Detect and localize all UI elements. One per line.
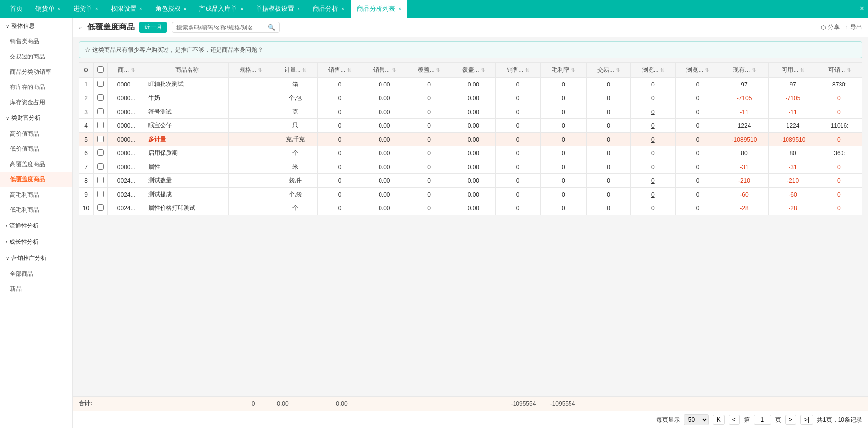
row-checkbox[interactable]: [97, 163, 104, 170]
sort-code[interactable]: ⇅: [131, 67, 135, 73]
cell-browse1[interactable]: 0: [631, 201, 676, 215]
col-name[interactable]: 商品名称: [145, 63, 228, 78]
nav-goods-analysis[interactable]: 商品分析 ×: [307, 0, 350, 18]
cell-name[interactable]: 牛奶: [145, 91, 228, 105]
col-settings[interactable]: ⚙: [79, 63, 94, 78]
cell-browse1[interactable]: 0: [631, 188, 676, 201]
share-button[interactable]: ⬡ 分享: [821, 23, 840, 31]
row-checkbox[interactable]: [97, 136, 104, 142]
sidebar-item-capital[interactable]: 库存资金占用: [0, 95, 72, 110]
section-overall[interactable]: ∨ 整体信息: [0, 18, 72, 34]
section-circulation[interactable]: › 流通性分析: [0, 218, 72, 234]
cell-checkbox[interactable]: [94, 146, 108, 160]
first-page-btn[interactable]: K: [713, 415, 725, 425]
sidebar-item-low-profit[interactable]: 低毛利商品: [0, 202, 72, 218]
sort-browse2[interactable]: ⇅: [705, 67, 709, 73]
page-size-select[interactable]: 50 20 100: [684, 414, 709, 425]
cell-name[interactable]: 属性价格打印测试: [145, 201, 228, 215]
col-current-stock[interactable]: 现有... ⇅: [720, 63, 768, 78]
col-unit[interactable]: 计量... ⇅: [273, 63, 318, 78]
cell-checkbox[interactable]: [94, 174, 108, 188]
nav-production[interactable]: 产成品入库单 ×: [193, 0, 249, 18]
col-trade[interactable]: 交易... ⇅: [586, 63, 631, 78]
nav-close-production[interactable]: ×: [240, 6, 243, 12]
cell-name[interactable]: 符号测试: [145, 105, 228, 119]
sort-cover2[interactable]: ⇅: [481, 67, 485, 73]
sidebar-item-high-coverage[interactable]: 高覆盖度商品: [0, 157, 72, 172]
cell-checkbox[interactable]: [94, 91, 108, 105]
cell-browse1[interactable]: 0: [631, 174, 676, 188]
sort-sales3[interactable]: ⇅: [525, 67, 529, 73]
sidebar-item-high-profit[interactable]: 高毛利商品: [0, 187, 72, 202]
cell-checkbox[interactable]: [94, 119, 108, 133]
cell-name[interactable]: 属性: [145, 160, 228, 174]
export-button[interactable]: ↑ 导出: [845, 23, 862, 31]
cell-checkbox[interactable]: [94, 133, 108, 146]
sidebar-item-traded-goods[interactable]: 交易过的商品: [0, 49, 72, 64]
sidebar-item-low-value[interactable]: 低价值商品: [0, 142, 72, 157]
sidebar-item-sales-goods[interactable]: 销售类商品: [0, 34, 72, 49]
sidebar-collapse-btn[interactable]: «: [79, 24, 82, 31]
nav-template[interactable]: 单据模板设置 ×: [250, 0, 306, 18]
sort-browse1[interactable]: ⇅: [660, 67, 664, 73]
nav-sales[interactable]: 销货单 ×: [29, 0, 66, 18]
nav-close-sales[interactable]: ×: [57, 6, 60, 12]
nav-close-goods-analysis[interactable]: ×: [341, 6, 344, 12]
sidebar-item-high-value[interactable]: 高价值商品: [0, 126, 72, 142]
select-all-checkbox[interactable]: [97, 66, 104, 73]
sidebar-item-category-rate[interactable]: 商品分类动销率: [0, 64, 72, 80]
cell-name[interactable]: 启用保质期: [145, 146, 228, 160]
col-sales3[interactable]: 销售... ⇅: [496, 63, 541, 78]
col-browse2[interactable]: 浏览... ⇅: [676, 63, 720, 78]
row-checkbox[interactable]: [97, 81, 104, 87]
period-button[interactable]: 近一月: [139, 22, 167, 33]
cell-name[interactable]: 眠宝公仔: [145, 119, 228, 133]
cell-browse1[interactable]: 0: [631, 119, 676, 133]
section-growth[interactable]: › 成长性分析: [0, 234, 72, 250]
cell-name[interactable]: 多计量: [145, 133, 228, 146]
table-container[interactable]: ⚙ 商... ⇅ 商品名称 规格... ⇅ 计量...: [73, 62, 868, 396]
cell-browse1[interactable]: 0: [631, 133, 676, 146]
col-sales-qty[interactable]: 销售... ⇅: [318, 63, 362, 78]
sort-gross-rate[interactable]: ⇅: [571, 67, 575, 73]
section-marketing[interactable]: ∨ 营销推广分析: [0, 250, 72, 266]
cell-name[interactable]: 测试数量: [145, 174, 228, 188]
row-checkbox[interactable]: [97, 108, 104, 114]
col-saleable[interactable]: 可销... ⇅: [817, 63, 862, 78]
cell-checkbox[interactable]: [94, 105, 108, 119]
sort-available[interactable]: ⇅: [800, 67, 804, 73]
col-checkbox[interactable]: [94, 63, 108, 78]
cell-browse1[interactable]: 0: [631, 160, 676, 174]
sidebar-item-all-goods[interactable]: 全部商品: [0, 266, 72, 282]
row-checkbox[interactable]: [97, 177, 104, 183]
cell-checkbox[interactable]: [94, 78, 108, 91]
sidebar-item-low-coverage[interactable]: 低覆盖度商品: [0, 172, 72, 187]
cell-checkbox[interactable]: [94, 201, 108, 215]
col-code[interactable]: 商... ⇅: [108, 63, 145, 78]
sort-cover1[interactable]: ⇅: [436, 67, 440, 73]
col-sales-amt[interactable]: 销售... ⇅: [362, 63, 407, 78]
row-checkbox[interactable]: [97, 149, 104, 156]
next-page-btn[interactable]: >: [785, 415, 796, 425]
cell-name[interactable]: 旺辅批次测试: [145, 78, 228, 91]
sort-sales-qty[interactable]: ⇅: [347, 67, 351, 73]
cell-name[interactable]: 测试提成: [145, 188, 228, 201]
search-input[interactable]: [176, 24, 268, 31]
row-checkbox[interactable]: [97, 191, 104, 197]
row-checkbox[interactable]: [97, 122, 104, 128]
section-wealth[interactable]: ∨ 类财富分析: [0, 110, 72, 126]
nav-close-template[interactable]: ×: [297, 6, 300, 12]
col-cover2[interactable]: 覆盖... ⇅: [451, 63, 496, 78]
sort-saleable[interactable]: ⇅: [847, 67, 851, 73]
nav-close-goods-list[interactable]: ×: [398, 6, 401, 12]
nav-home[interactable]: 首页: [4, 0, 28, 18]
col-available[interactable]: 可用... ⇅: [769, 63, 817, 78]
prev-page-btn[interactable]: <: [729, 415, 740, 425]
cell-checkbox[interactable]: [94, 160, 108, 174]
sort-trade[interactable]: ⇅: [616, 67, 620, 73]
nav-close-roles[interactable]: ×: [184, 6, 187, 12]
col-gross-rate[interactable]: 毛利率 ⇅: [540, 63, 586, 78]
sort-unit[interactable]: ⇅: [302, 67, 306, 73]
cell-browse1[interactable]: 0: [631, 78, 676, 91]
sidebar-item-stock-goods[interactable]: 有库存的商品: [0, 80, 72, 95]
